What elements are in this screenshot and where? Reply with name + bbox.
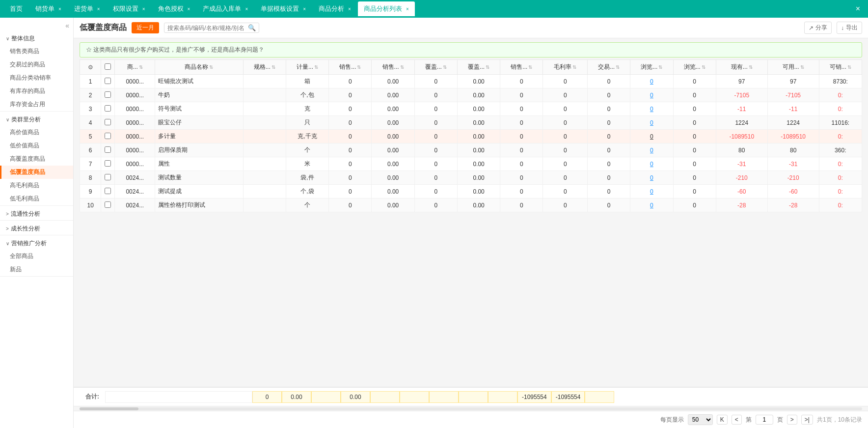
- sidebar-item-stock-capital[interactable]: 库存资金占用: [0, 98, 73, 111]
- horizontal-scrollbar[interactable]: [74, 406, 868, 411]
- nav-tab-analysis-list[interactable]: 商品分析列表 ×: [358, 1, 415, 16]
- sidebar-toggle[interactable]: «: [0, 20, 73, 31]
- row-checkbox[interactable]: [101, 171, 115, 185]
- col-settings[interactable]: ⚙: [80, 60, 101, 75]
- sidebar-group-cluster[interactable]: ∨ 类群里分析: [0, 113, 73, 126]
- col-sales-amt[interactable]: 销售...⇅: [372, 60, 414, 75]
- col-current[interactable]: 现有...⇅: [716, 60, 767, 75]
- sidebar-group-overview[interactable]: ∨ 整体信息: [0, 31, 73, 45]
- row-browse1[interactable]: 0: [630, 102, 673, 116]
- first-page-button[interactable]: K: [717, 415, 728, 425]
- sidebar-group-growth[interactable]: > 成长性分析: [0, 222, 73, 235]
- row-browse1[interactable]: 0: [630, 75, 673, 88]
- row-checkbox[interactable]: [101, 185, 115, 199]
- nav-tab-purchase[interactable]: 进货单 ×: [68, 1, 106, 16]
- sidebar-item-low-coverage[interactable]: 低覆盖度商品: [0, 166, 73, 179]
- next-page-button[interactable]: >: [787, 415, 797, 425]
- row-checkbox[interactable]: [101, 88, 115, 102]
- per-page-select[interactable]: 50 20 100: [688, 414, 713, 425]
- row-browse1[interactable]: 0: [630, 88, 673, 102]
- sidebar-item-stocked-goods[interactable]: 有库存的商品: [0, 85, 73, 98]
- row-select-checkbox[interactable]: [105, 174, 111, 180]
- sidebar-item-all-goods[interactable]: 全部商品: [0, 250, 73, 263]
- sidebar-group-marketing[interactable]: ∨ 营销推广分析: [0, 236, 73, 250]
- nav-tab-analysis-list-close[interactable]: ×: [406, 6, 409, 12]
- row-select-checkbox[interactable]: [105, 119, 111, 125]
- nav-tab-purchase-close[interactable]: ×: [97, 6, 100, 12]
- row-browse1[interactable]: 0: [630, 171, 673, 185]
- col-sales3[interactable]: 销售...⇅: [500, 60, 543, 75]
- row-select-checkbox[interactable]: [105, 133, 111, 139]
- col-name[interactable]: 商品名称⇅: [155, 60, 243, 75]
- nav-tab-template[interactable]: 单据模板设置 ×: [255, 1, 312, 16]
- sidebar-item-sales-goods[interactable]: 销售类商品: [0, 45, 73, 58]
- col-available[interactable]: 可用...⇅: [767, 60, 819, 75]
- window-close-button[interactable]: ×: [852, 2, 864, 15]
- col-sales-qty[interactable]: 销售...⇅: [329, 60, 372, 75]
- prev-page-button[interactable]: <: [732, 415, 742, 425]
- sidebar-item-traded-goods[interactable]: 交易过的商品: [0, 58, 73, 71]
- col-spec[interactable]: 规格...⇅: [243, 60, 286, 75]
- row-checkbox[interactable]: [101, 130, 115, 143]
- row-select-checkbox[interactable]: [105, 146, 111, 153]
- nav-tab-analysis[interactable]: 商品分析 ×: [313, 1, 357, 16]
- nav-tab-stock-close[interactable]: ×: [245, 6, 248, 12]
- row-browse1[interactable]: 0: [630, 116, 673, 130]
- col-browse2[interactable]: 浏览...⇅: [673, 60, 716, 75]
- sidebar-item-low-value[interactable]: 低价值商品: [0, 139, 73, 152]
- col-cover2[interactable]: 覆盖...⇅: [457, 60, 500, 75]
- search-icon[interactable]: 🔍: [248, 24, 256, 31]
- row-checkbox[interactable]: [101, 116, 115, 130]
- col-checkbox[interactable]: [101, 60, 115, 75]
- nav-tab-role-close[interactable]: ×: [188, 6, 190, 12]
- table-wrapper[interactable]: ⚙ 商...⇅ 商品名称⇅ 规格...⇅ 计量...⇅ 销售...⇅ 销售...…: [74, 59, 868, 387]
- col-unit[interactable]: 计量...⇅: [286, 60, 328, 75]
- row-browse1[interactable]: 0: [630, 185, 673, 199]
- share-button[interactable]: ↗ 分享: [804, 22, 832, 34]
- row-browse1[interactable]: 0: [630, 199, 673, 212]
- nav-tab-permission-close[interactable]: ×: [142, 6, 145, 12]
- row-select-checkbox[interactable]: [105, 160, 111, 167]
- sidebar-group-circulation[interactable]: > 流通性分析: [0, 207, 73, 220]
- col-browse1[interactable]: 浏览...⇅: [630, 60, 673, 75]
- nav-tab-sales-close[interactable]: ×: [58, 6, 61, 12]
- nav-tab-sales[interactable]: 销货单 ×: [29, 1, 67, 16]
- scrollbar-thumb[interactable]: [80, 407, 138, 410]
- row-browse1[interactable]: 0: [630, 143, 673, 157]
- col-cover1[interactable]: 覆盖...⇅: [414, 60, 457, 75]
- row-checkbox[interactable]: [101, 102, 115, 116]
- export-button[interactable]: ↓ 导出: [837, 22, 862, 34]
- row-select-checkbox[interactable]: [105, 105, 111, 112]
- sidebar-item-high-coverage[interactable]: 高覆盖度商品: [0, 152, 73, 166]
- nav-tab-analysis-close[interactable]: ×: [348, 6, 351, 12]
- page-input[interactable]: [756, 415, 773, 425]
- sidebar-item-new-goods[interactable]: 新品: [0, 263, 73, 276]
- col-code[interactable]: 商...⇅: [115, 60, 155, 75]
- sidebar-item-low-profit[interactable]: 低毛利商品: [0, 192, 73, 205]
- nav-tab-stock[interactable]: 产成品入库单 ×: [197, 1, 254, 16]
- time-filter-button[interactable]: 近一月: [132, 22, 159, 33]
- row-select-checkbox[interactable]: [105, 78, 111, 84]
- row-select-checkbox[interactable]: [105, 188, 111, 194]
- sidebar-item-high-value[interactable]: 高价值商品: [0, 126, 73, 139]
- row-checkbox[interactable]: [101, 143, 115, 157]
- col-sellable[interactable]: 可销...⇅: [819, 60, 862, 75]
- row-browse1[interactable]: 0: [630, 157, 673, 171]
- last-page-button[interactable]: >|: [801, 415, 813, 425]
- nav-tab-permission[interactable]: 权限设置 ×: [107, 1, 151, 16]
- nav-tab-template-close[interactable]: ×: [303, 6, 306, 12]
- row-checkbox[interactable]: [101, 199, 115, 212]
- sidebar-item-category-rate[interactable]: 商品分类动销率: [0, 71, 73, 85]
- nav-tab-role[interactable]: 角色授权 ×: [152, 1, 196, 16]
- col-trade[interactable]: 交易...⇅: [588, 60, 630, 75]
- select-all-checkbox[interactable]: [105, 63, 111, 70]
- row-checkbox[interactable]: [101, 75, 115, 88]
- sidebar-item-high-profit[interactable]: 高毛利商品: [0, 179, 73, 192]
- col-gross-rate[interactable]: 毛利率⇅: [543, 60, 588, 75]
- row-select-checkbox[interactable]: [105, 91, 111, 98]
- row-select-checkbox[interactable]: [105, 201, 111, 208]
- row-checkbox[interactable]: [101, 157, 115, 171]
- settings-icon[interactable]: ⚙: [88, 64, 93, 71]
- search-input[interactable]: [167, 25, 246, 31]
- nav-tab-home[interactable]: 首页: [4, 1, 28, 16]
